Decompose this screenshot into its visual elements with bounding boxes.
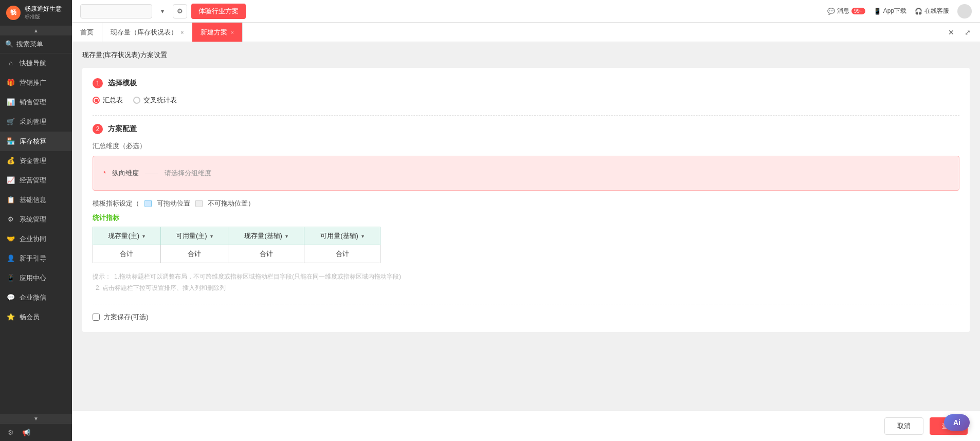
sidebar-item-finance[interactable]: 💰 资金管理 xyxy=(0,151,72,171)
radio-summary[interactable]: 汇总表 xyxy=(93,96,123,105)
cell-0-0: 合计 xyxy=(93,245,161,263)
sidebar-nav: ⌂ 快捷导航 🎁 营销推广 📊 销售管理 🛒 采购管理 🏪 库存核算 💰 资金管… xyxy=(0,53,72,414)
sidebar-scroll-up[interactable]: ▲ xyxy=(0,26,72,35)
content-area: 现存量(库存状况表)方案设置 1 选择模板 汇总表 交叉统计表 xyxy=(72,42,980,411)
user-icon: 👤 xyxy=(6,254,15,263)
sidebar-item-enterprise[interactable]: 🤝 企业协同 xyxy=(0,229,72,249)
tab-close-btn[interactable]: ✕ xyxy=(945,26,957,39)
cart-icon: 🛒 xyxy=(6,117,15,126)
cell-0-3: 合计 xyxy=(304,245,380,263)
sidebar-item-sales[interactable]: 📊 销售管理 xyxy=(0,93,72,112)
topbar-settings-btn[interactable]: ⚙ xyxy=(173,4,187,19)
sidebar-brand: 畅 畅康通好生意 标准版 xyxy=(0,0,72,26)
sidebar-item-purchase[interactable]: 🛒 采购管理 xyxy=(0,112,72,132)
message-badge: 99+ xyxy=(851,8,865,14)
tab-controls-right: ✕ ⤢ xyxy=(945,26,980,39)
summary-dim-label: 汇总维度（必选） xyxy=(93,141,959,151)
tab-new-plan-close[interactable]: × xyxy=(230,29,233,35)
required-mark: * xyxy=(103,170,106,177)
save-option: 方案保存(可选) xyxy=(93,313,959,322)
tab-inventory-status[interactable]: 现存量（库存状况表） × xyxy=(102,23,192,42)
step2-header: 2 方案配置 xyxy=(93,124,959,134)
sidebar-item-app-center[interactable]: 📱 应用中心 xyxy=(0,268,72,288)
main-content: ▾ ⚙ 体验行业方案 💬 消息 99+ 📱 App下载 🎧 在线客服 xyxy=(72,0,980,441)
user-avatar[interactable] xyxy=(957,4,972,19)
divider2 xyxy=(93,304,959,304)
page-title: 现存量(库存状况表)方案设置 xyxy=(82,50,970,60)
topbar-dropdown-btn[interactable]: ▾ xyxy=(156,5,169,17)
gift-icon: 🎁 xyxy=(6,78,15,87)
trial-btn[interactable]: 体验行业方案 xyxy=(191,4,246,19)
radio-cross-dot xyxy=(133,97,140,104)
sidebar-item-member[interactable]: ⭐ 畅会员 xyxy=(0,307,72,327)
mobile-icon: 📱 xyxy=(6,273,15,283)
chart-icon: 📊 xyxy=(6,98,15,107)
money-icon: 💰 xyxy=(6,156,15,166)
col-arrow-2[interactable]: ▾ xyxy=(285,233,288,239)
topbar-search-input[interactable] xyxy=(80,4,152,19)
gear-icon: ⚙ xyxy=(6,215,15,224)
cell-0-1: 合计 xyxy=(160,245,228,263)
col-header-1: 可用量(主) ▾ xyxy=(160,227,228,245)
col-arrow-1[interactable]: ▾ xyxy=(210,233,213,239)
sidebar-item-operation[interactable]: 📈 经营管理 xyxy=(0,171,72,190)
wechat-icon: 💬 xyxy=(6,293,15,302)
tabs-bar: 首页 现存量（库存状况表） × 新建方案 × ✕ ⤢ xyxy=(72,23,980,42)
sidebar-scroll-down[interactable]: ▼ xyxy=(0,414,72,423)
step1-header: 1 选择模板 xyxy=(93,78,959,88)
tab-inventory-close[interactable]: × xyxy=(180,29,184,35)
sidebar-item-marketing[interactable]: 🎁 营销推广 xyxy=(0,73,72,93)
col-header-0: 现存量(主) ▾ xyxy=(93,227,161,245)
handshake-icon: 🤝 xyxy=(6,234,15,244)
tab-home[interactable]: 首页 xyxy=(72,23,102,42)
radio-summary-dot xyxy=(93,97,100,104)
sidebar-item-wechat[interactable]: 💬 企业微信 xyxy=(0,288,72,307)
brand-icon: 畅 xyxy=(6,6,21,20)
home-icon: ⌂ xyxy=(6,59,15,68)
divider1 xyxy=(93,115,959,116)
table-header-row: 现存量(主) ▾ 可用量(主) ▾ xyxy=(93,227,380,245)
save-checkbox[interactable] xyxy=(93,314,100,321)
settings-bottom-icon[interactable]: ⚙ xyxy=(6,428,15,437)
step1-section: 1 选择模板 汇总表 交叉统计表 xyxy=(93,78,959,105)
col-header-2: 现存量(基辅) ▾ xyxy=(228,227,304,245)
tab-new-plan[interactable]: 新建方案 × xyxy=(192,23,242,42)
tab-expand-btn[interactable]: ⤢ xyxy=(961,26,974,39)
sidebar-item-quick-nav[interactable]: ⌂ 快捷导航 xyxy=(0,53,72,73)
stat-table: 现存量(主) ▾ 可用量(主) ▾ xyxy=(93,227,380,263)
col-header-3: 可用量(基辅) ▾ xyxy=(304,227,380,245)
dim-dash: —— xyxy=(145,170,158,177)
topbar: ▾ ⚙ 体验行业方案 💬 消息 99+ 📱 App下载 🎧 在线客服 xyxy=(72,0,980,23)
tip-row-1: 2. 点击标题栏下拉可设置排序、插入列和删除列 xyxy=(93,283,959,294)
speaker-icon[interactable]: 📢 xyxy=(22,428,31,437)
clipboard-icon: 📋 xyxy=(6,195,15,205)
star-icon: ⭐ xyxy=(6,313,15,322)
sidebar-search-item[interactable]: 🔍 搜索菜单 xyxy=(0,35,72,53)
step1-title: 选择模板 xyxy=(108,79,137,88)
dimension-row: * 纵向维度 —— 请选择分组维度 xyxy=(103,169,949,178)
message-icon: 💬 xyxy=(827,8,835,15)
sidebar-item-guide[interactable]: 👤 新手引导 xyxy=(0,249,72,268)
no-drag-badge xyxy=(195,200,203,207)
online-service-btn[interactable]: 🎧 在线客服 xyxy=(915,7,949,15)
radio-cross[interactable]: 交叉统计表 xyxy=(133,96,177,105)
app-download-btn[interactable]: 📱 App下载 xyxy=(874,7,906,15)
sidebar: 畅 畅康通好生意 标准版 ▲ 🔍 搜索菜单 ⌂ 快捷导航 🎁 营销推广 📊 销售… xyxy=(0,0,72,441)
cancel-button[interactable]: 取消 xyxy=(884,417,923,435)
messages-btn[interactable]: 💬 消息 99+ xyxy=(827,7,865,15)
sidebar-item-basic-info[interactable]: 📋 基础信息 xyxy=(0,190,72,210)
tips-section: 提示： 1.拖动标题栏可以调整布局，不可跨维度或指标区域拖动栏目字段(只能在同一… xyxy=(93,271,959,293)
sidebar-item-inventory[interactable]: 🏪 库存核算 xyxy=(0,132,72,151)
dim-placeholder[interactable]: 请选择分组维度 xyxy=(165,169,211,178)
headset-icon: 🎧 xyxy=(915,8,922,15)
footer: 取消 查询 xyxy=(72,411,980,441)
topbar-right: 💬 消息 99+ 📱 App下载 🎧 在线客服 xyxy=(827,4,972,19)
sidebar-item-system[interactable]: ⚙ 系统管理 xyxy=(0,210,72,229)
col-arrow-0[interactable]: ▾ xyxy=(142,233,145,239)
col-arrow-3[interactable]: ▾ xyxy=(361,233,364,239)
sidebar-bottom: ⚙ 📢 xyxy=(0,423,72,441)
brand-text: 畅康通好生意 标准版 xyxy=(25,5,62,21)
ai-float-button[interactable]: Ai xyxy=(944,414,970,431)
table-row-0: 合计 合计 合计 合计 xyxy=(93,245,380,263)
step2-badge: 2 xyxy=(93,124,103,134)
